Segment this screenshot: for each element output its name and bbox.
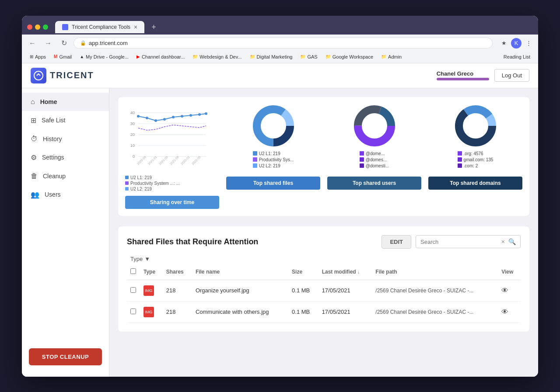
- donut-chart-users: [353, 104, 396, 148]
- svg-point-0: [34, 71, 43, 80]
- bookmark-digitalmarketing[interactable]: 📁 Digital Marketing: [246, 53, 296, 60]
- bookmark-apps[interactable]: ⊞ Apps: [26, 53, 49, 60]
- sidebar-item-settings[interactable]: ⚙ Settings: [22, 148, 109, 167]
- col-view: View: [498, 264, 521, 280]
- svg-point-12: [146, 117, 148, 119]
- view-button-2[interactable]: 👁: [501, 308, 508, 316]
- sort-icon: ↓: [357, 270, 360, 274]
- svg-text:0: 0: [133, 154, 135, 159]
- bookmark-googleworkspace[interactable]: 📁 Google Workspace: [322, 53, 377, 60]
- bookmark-gmail[interactable]: M Gmail: [50, 53, 75, 60]
- profile-icon[interactable]: K: [511, 38, 522, 49]
- svg-point-14: [163, 118, 166, 121]
- bookmark-readinglist[interactable]: Reading List: [500, 53, 534, 60]
- row-checkbox-2[interactable]: [130, 309, 136, 314]
- back-button[interactable]: ←: [26, 37, 38, 49]
- search-input[interactable]: [420, 239, 498, 245]
- top-shared-files-container: U2 L1: 219 Productivity Sys... U2 L2: 21…: [226, 104, 320, 190]
- settings-icon: ⚙: [31, 153, 37, 162]
- search-icon: 🔍: [508, 238, 516, 245]
- user-info: Chanel Greco: [437, 70, 489, 80]
- shares-1: 218: [163, 280, 192, 301]
- type-filter-chevron-icon: ▼: [144, 256, 150, 262]
- data-table: Type Shares File name Size Last modified…: [127, 264, 521, 323]
- sidebar-item-safelist[interactable]: ⊞ Safe List: [22, 111, 109, 130]
- logout-button[interactable]: Log Out: [494, 69, 529, 82]
- svg-text:10: 10: [130, 143, 135, 148]
- traffic-light-red[interactable]: [27, 24, 32, 30]
- top-shared-files-button[interactable]: Top shared files: [226, 177, 320, 190]
- users-legend: @dome... @domes... @domesti...: [360, 151, 389, 170]
- stop-cleanup-button[interactable]: STOP CLEANUP: [29, 348, 102, 365]
- logo-text: TRICENT: [50, 70, 94, 80]
- filename-2: Communicate with others.jpg: [192, 301, 288, 323]
- sidebar-item-users[interactable]: 👥 Users: [22, 185, 109, 204]
- menu-icon[interactable]: ⋮: [523, 38, 534, 49]
- charts-row: 40 30 20 10 0: [118, 97, 529, 216]
- select-all-checkbox[interactable]: [130, 268, 136, 274]
- bookmark-admin[interactable]: 📁 Admin: [378, 53, 405, 60]
- type-filter[interactable]: Type ▼: [127, 254, 521, 264]
- safelist-icon: ⊞: [31, 116, 36, 125]
- view-button-1[interactable]: 👁: [501, 287, 508, 295]
- forward-button[interactable]: →: [42, 37, 54, 49]
- modified-1: 17/05/2021: [318, 280, 372, 301]
- filepath-2: /2569 Chanel Desirée Greco - SUIZAC -...: [372, 301, 498, 323]
- traffic-light-yellow[interactable]: [35, 24, 40, 30]
- sharing-over-time-button[interactable]: Sharing over time: [125, 196, 219, 209]
- bookmark-webdesign[interactable]: 📁 Webdesign & Dev...: [189, 53, 245, 60]
- sidebar-label-cleanup: Cleanup: [43, 173, 66, 180]
- lock-icon: 🔒: [80, 40, 86, 46]
- table-row: IMG 218 Communicate with others.jpg 0.1 …: [127, 301, 521, 323]
- col-filepath: File path: [372, 264, 498, 280]
- user-name: Chanel Greco: [437, 70, 489, 77]
- bookmark-gas[interactable]: 📁 GAS: [297, 53, 321, 60]
- sidebar-label-safelist: Safe List: [42, 117, 65, 124]
- sidebar-label-history: History: [43, 135, 62, 142]
- edit-button[interactable]: EDIT: [382, 235, 411, 249]
- address-text: app.tricent.com: [89, 40, 128, 46]
- refresh-button[interactable]: ↻: [58, 37, 70, 49]
- logo-icon: [31, 68, 46, 83]
- sidebar-label-users: Users: [45, 191, 61, 198]
- top-shared-domains-button[interactable]: Top shared domains: [428, 177, 522, 190]
- row-checkbox-1[interactable]: [130, 287, 136, 293]
- app-header: TRICENT Chanel Greco Log Out: [22, 63, 538, 88]
- sidebar: ⌂ Home ⊞ Safe List ⏱ History ⚙ Settings …: [22, 88, 109, 377]
- sidebar-item-home[interactable]: ⌂ Home: [22, 93, 109, 111]
- svg-point-15: [172, 116, 175, 118]
- apps-bm-icon: ⊞: [30, 54, 33, 59]
- top-shared-users-button[interactable]: Top shared users: [327, 177, 421, 190]
- col-modified: Last modified ↓: [318, 264, 372, 280]
- svg-point-16: [181, 115, 183, 118]
- svg-text:20: 20: [130, 132, 135, 137]
- table-controls: EDIT × 🔍: [382, 235, 521, 249]
- domains-legend: .org: 4576 gmail.com: 135 .com: 2: [458, 151, 494, 170]
- filepath-1: /2569 Chanel Desirée Greco - SUIZAC -...: [372, 280, 498, 301]
- file-type-icon-1: IMG: [144, 285, 154, 296]
- bookmark-mydrive[interactable]: ▲ My Drive - Google...: [76, 53, 132, 60]
- table-row: IMG 218 Organize yourself.jpg 0.1 MB 17/…: [127, 280, 521, 301]
- svg-text:2022-01: 2022-01: [180, 155, 190, 165]
- address-bar[interactable]: 🔒 app.tricent.com: [74, 38, 493, 49]
- table-section: Shared Files that Require Attention EDIT…: [118, 226, 529, 332]
- browser-tab[interactable]: Tricent Compliance Tools ×: [55, 21, 144, 33]
- bookmark-icon[interactable]: ★: [499, 38, 509, 49]
- sidebar-label-settings: Settings: [42, 154, 64, 161]
- traffic-light-green[interactable]: [43, 24, 48, 30]
- search-box: × 🔍: [416, 235, 521, 248]
- user-progress-bar: [437, 78, 489, 80]
- bookmark-channel[interactable]: ▶ Channel dashboar...: [133, 53, 188, 60]
- svg-text:2022-05: 2022-05: [191, 155, 201, 165]
- clear-search-icon[interactable]: ×: [501, 238, 505, 245]
- col-size: Size: [288, 264, 318, 280]
- tab-close-button[interactable]: ×: [134, 24, 137, 31]
- line-chart-svg: 40 30 20 10 0: [125, 104, 208, 172]
- line-chart-container: 40 30 20 10 0: [125, 104, 219, 209]
- new-tab-button[interactable]: +: [148, 20, 160, 35]
- filename-1: Organize yourself.jpg: [192, 280, 288, 301]
- sidebar-bottom: STOP CLEANUP: [22, 341, 109, 372]
- sidebar-item-cleanup[interactable]: 🗑 Cleanup: [22, 167, 109, 185]
- donut-chart-domains: [454, 104, 497, 148]
- sidebar-item-history[interactable]: ⏱ History: [22, 130, 109, 148]
